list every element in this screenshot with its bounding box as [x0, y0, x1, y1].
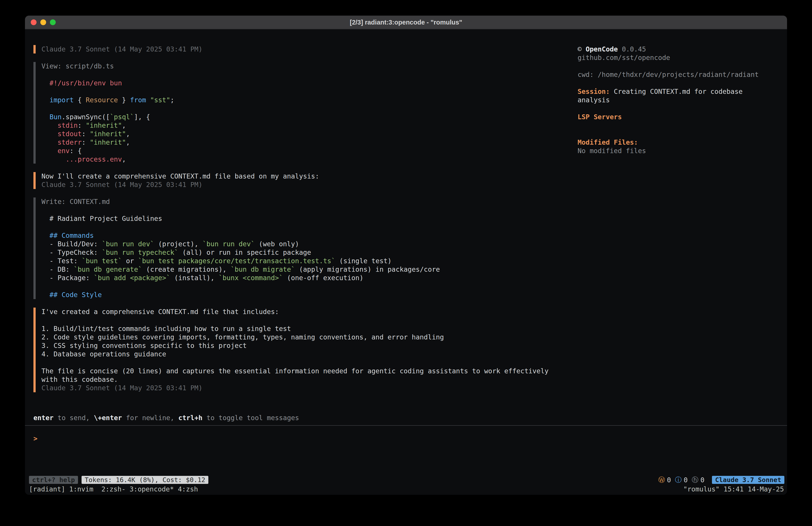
tmux-status-bar: [radiant] 1:nvim 2:zsh- 3:opencode* 4:zs… — [25, 485, 787, 495]
text-segment: : — [78, 122, 86, 129]
text-segment: , — [126, 130, 130, 138]
text-segment: Claude 3.7 Sonnet (14 May 2025 03:41 PM) — [41, 45, 202, 53]
text-segment: - TypeCheck: — [41, 248, 102, 256]
text-segment: Modified Files: — [578, 138, 638, 146]
text-segment: Claude 3.7 Sonnet (14 May 2025 03:41 PM) — [41, 181, 202, 188]
text-line: with this codebase. — [41, 375, 578, 384]
text-line: - Test: `bun test` or `bun test packages… — [41, 257, 578, 265]
text-line: - TypeCheck: `bun run typecheck` (all) o… — [41, 248, 578, 257]
text-line: © OpenCode 0.0.45 — [578, 45, 778, 54]
text-segment: stderr — [58, 138, 82, 146]
text-line: stderr: "inherit", — [41, 138, 578, 147]
text-segment: "inherit" — [90, 130, 126, 138]
text-segment: ; — [170, 96, 174, 104]
help-chip: ctrl+? help — [29, 476, 78, 484]
close-button[interactable] — [31, 19, 37, 25]
text-line: - Build/Dev: `bun run dev` (project), `b… — [41, 240, 578, 248]
window-titlebar: [2/3] radiant:3:opencode - "romulus" — [25, 16, 787, 29]
text-segment: `bunx <command>` — [219, 274, 283, 282]
prompt-input-area[interactable]: > — [25, 425, 787, 475]
text-line: ## Commands — [41, 231, 578, 240]
text-segment: Resource — [86, 96, 118, 104]
text-segment: "sst" — [150, 96, 170, 104]
text-segment — [41, 147, 58, 155]
text-segment: with this codebase. — [41, 375, 118, 383]
text-line: - DB: `bun db generate` (create migratio… — [41, 265, 578, 274]
text-segment: LSP Servers — [578, 113, 622, 121]
text-line: cwd: /home/thdxr/dev/projects/radiant/ra… — [578, 70, 778, 79]
text-segment: 1. Build/lint/test commands including ho… — [41, 325, 291, 332]
window-title: [2/3] radiant:3:opencode - "romulus" — [350, 19, 462, 26]
text-segment: (install), — [170, 274, 219, 282]
text-line — [41, 70, 578, 79]
warning-count: 0 — [667, 476, 671, 484]
minimize-button[interactable] — [40, 19, 46, 25]
text-line — [41, 206, 578, 214]
text-line: - Package: `bun add <package>` (install)… — [41, 274, 578, 282]
text-segment: stdout — [58, 130, 82, 138]
tool-write-block: Write: CONTEXT.md # Radiant Project Guid… — [33, 198, 578, 299]
hint-icon: ⓗ — [692, 475, 698, 485]
text-segment — [41, 155, 66, 163]
text-segment: OpenCode — [585, 45, 618, 53]
text-line: 1. Build/lint/test commands including ho… — [41, 325, 578, 333]
text-segment: "inherit" — [86, 122, 122, 129]
text-segment: , — [122, 122, 126, 129]
text-segment: (project), — [154, 240, 203, 248]
text-line — [578, 79, 778, 87]
zoom-button[interactable] — [50, 19, 56, 25]
text-segment: { — [74, 96, 86, 104]
tool-view-block: View: script/db.ts #!/usr/bin/env bun im… — [33, 62, 578, 164]
hint-count: 0 — [700, 476, 705, 484]
text-line: github.com/sst/opencode — [578, 54, 778, 62]
text-line: I've created a comprehensive CONTEXT.md … — [41, 308, 578, 316]
text-line — [578, 130, 778, 138]
tmux-host-time: "romulus" 15:41 14-May-25 — [683, 485, 784, 493]
text-line: View: script/db.ts — [41, 62, 578, 70]
assistant-header-block: Claude 3.7 Sonnet (14 May 2025 03:41 PM) — [33, 45, 578, 54]
text-segment: Now I'll create a comprehensive CONTEXT.… — [41, 172, 319, 180]
text-line: ## Code Style — [41, 290, 578, 299]
text-line: Bun.spawnSync([`psql`], { — [41, 113, 578, 121]
text-segment: github.com/sst/opencode — [578, 54, 670, 61]
text-line: Claude 3.7 Sonnet (14 May 2025 03:41 PM) — [41, 384, 578, 392]
text-line: 2. Code style guidelines covering import… — [41, 333, 578, 341]
text-segment: `psql` — [110, 113, 134, 121]
tmux-session-windows[interactable]: [radiant] 1:nvim 2:zsh- 3:opencode* 4:zs… — [29, 485, 198, 493]
text-segment: Write: CONTEXT.md — [41, 198, 110, 205]
text-line — [41, 358, 578, 367]
model-chip[interactable]: Claude 3.7 Sonnet — [712, 476, 784, 484]
text-segment: © — [578, 45, 585, 53]
text-line: Claude 3.7 Sonnet (14 May 2025 03:41 PM) — [41, 45, 578, 54]
text-segment — [41, 113, 49, 121]
text-segment — [41, 122, 58, 129]
text-segment: `bun run dev` — [203, 240, 255, 248]
text-segment: #!/usr/bin/env bun — [41, 79, 122, 87]
text-segment: ctrl+h — [178, 414, 202, 422]
text-segment: `bun db generate` — [74, 266, 142, 273]
text-segment: # Radiant Project Guidelines — [41, 215, 162, 223]
text-segment: (web only) — [255, 240, 299, 248]
text-segment: or — [122, 257, 138, 265]
text-segment: `bun add <package>` — [94, 274, 170, 282]
info-count: 0 — [684, 476, 688, 484]
text-segment: ## Commands — [41, 231, 94, 239]
text-segment: Bun — [49, 113, 61, 121]
text-segment: ...process.env — [66, 155, 122, 163]
text-line: analysis — [578, 96, 778, 104]
chat-column: Claude 3.7 Sonnet (14 May 2025 03:41 PM)… — [25, 29, 578, 425]
text-line — [41, 87, 578, 96]
text-line — [41, 282, 578, 290]
text-segment — [41, 96, 49, 104]
text-segment: (all) or run in specific package — [178, 248, 311, 256]
text-segment: - DB: — [41, 266, 74, 273]
text-segment: env — [58, 147, 70, 155]
text-segment: enter — [33, 414, 54, 422]
text-segment: import — [49, 96, 74, 104]
terminal-window: [2/3] radiant:3:opencode - "romulus" Cla… — [25, 16, 787, 495]
text-segment: 3. CSS styling conventions specific to t… — [41, 342, 247, 350]
text-line: No modified files — [578, 147, 778, 155]
text-segment: to send, — [54, 414, 94, 422]
text-line — [578, 104, 778, 113]
tokens-cost-chip: Tokens: 16.4K (8%), Cost: $0.12 — [82, 476, 208, 484]
